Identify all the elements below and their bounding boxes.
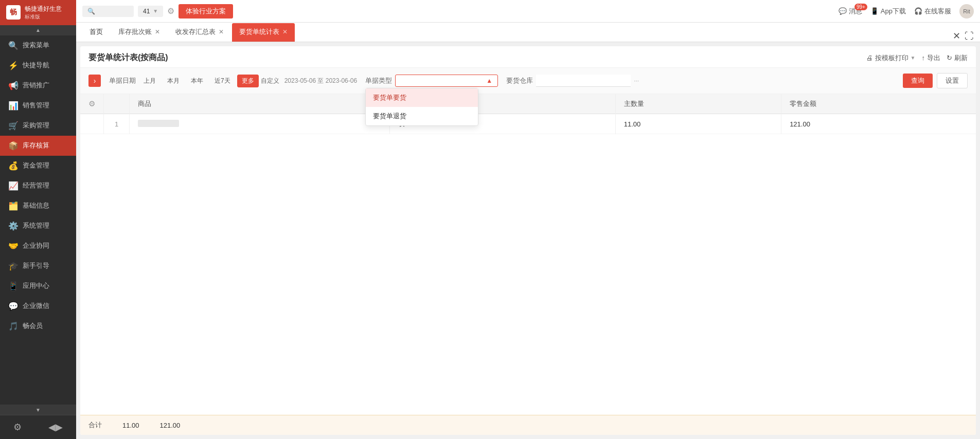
tab-receive-summary[interactable]: 收发存汇总表 ✕: [168, 23, 231, 42]
print-arrow-icon: ▼: [911, 55, 916, 61]
refresh-button[interactable]: ↻ 刷新: [947, 53, 968, 63]
topbar-app-button[interactable]: 📱 App下载: [870, 7, 906, 16]
filter-type-dropdown: 要货单要货 要货单退货: [365, 88, 478, 126]
footer-qty: 11.00: [122, 422, 139, 429]
sidebar-item-member[interactable]: 🎵 畅会员: [0, 316, 76, 336]
col-product-label: 商品: [138, 100, 151, 107]
sidebar-brand-sub: 标准版: [25, 13, 62, 20]
sidebar-label-operations: 经营管理: [23, 181, 49, 190]
app-icon: 📱: [870, 7, 879, 15]
tabs-bar: 首页 库存批次账 ✕ 收发存汇总表 ✕ 要货单统计表 ✕ ✕ ⛶: [76, 23, 980, 42]
tab-receive-summary-label: 收发存汇总表: [175, 27, 216, 36]
refresh-icon: ↻: [947, 54, 952, 62]
msg-icon: 💬: [839, 7, 847, 15]
sidebar-label-member: 畅会员: [23, 321, 43, 331]
query-button[interactable]: 查询: [903, 74, 933, 88]
filter-type-label: 单据类型: [365, 76, 392, 85]
print-icon: 🖨: [866, 54, 873, 62]
content-area: 要货单统计表(按商品) 🖨 按模板打印 ▼ ↑ 导出 ↻ 刷新 ›: [80, 46, 976, 435]
filter-date-btn-7days[interactable]: 近7天: [210, 75, 235, 87]
sidebar-item-finance[interactable]: 💰 资金管理: [0, 156, 76, 176]
sidebar-icon-sales: 📊: [8, 101, 17, 111]
row-index: 1: [115, 120, 118, 128]
topbar-avatar[interactable]: Rit: [959, 4, 974, 19]
filter-actions: 查询 设置: [903, 73, 968, 88]
tab-home-label: 首页: [90, 27, 103, 36]
col-qty-label: 主数量: [624, 100, 644, 107]
filter-date-group: 单据日期 上月 本月 本年 近7天 更多 自定义 2023-05-06 至 20…: [109, 75, 357, 87]
sidebar-brand: 畅捷通好生意 标准版: [25, 5, 62, 20]
tabs-expand-icon[interactable]: ⛶: [965, 31, 974, 42]
topbar-gear-icon[interactable]: ⚙: [167, 6, 174, 16]
dropdown-item-order[interactable]: 要货单要货: [366, 88, 478, 107]
dropdown-item-return[interactable]: 要货单退货: [366, 107, 478, 125]
filter-date-btn-thismonth[interactable]: 本月: [163, 75, 184, 87]
sidebar-item-inventory[interactable]: 📦 库存核算: [0, 136, 76, 156]
filter-date-btns: 上月 本月 本年 近7天 更多 自定义: [139, 75, 279, 87]
filter-date-btn-thisyear[interactable]: 本年: [186, 75, 208, 87]
sidebar-label-quicknav: 快捷导航: [23, 61, 49, 70]
tab-order-stats[interactable]: 要货单统计表 ✕: [232, 23, 295, 42]
sidebar-item-marketing[interactable]: 📢 营销推广: [0, 76, 76, 96]
tab-inventory-batch-label: 库存批次账: [118, 27, 152, 36]
tab-receive-summary-close[interactable]: ✕: [219, 28, 224, 35]
setting-button[interactable]: 设置: [937, 73, 968, 88]
filter-date-btn-more[interactable]: 更多: [237, 75, 259, 87]
tab-inventory-batch[interactable]: 库存批次账 ✕: [111, 23, 167, 42]
col-header-settings: ⚙: [80, 94, 104, 114]
sidebar-scroll-up[interactable]: ▲: [0, 25, 76, 35]
topbar-msg-button[interactable]: 💬 消息 99+: [839, 7, 862, 16]
row-amount-cell: 121.00: [781, 114, 976, 134]
topbar-search[interactable]: 🔍: [82, 6, 134, 17]
filter-date-label: 单据日期: [109, 76, 136, 85]
filter-bar: › 单据日期 上月 本月 本年 近7天 更多 自定义 2023-05-06 至 …: [80, 68, 976, 94]
msg-badge: 99+: [854, 4, 867, 10]
sidebar-label-inventory: 库存核算: [23, 141, 49, 150]
sidebar-label-purchase: 采购管理: [23, 121, 49, 130]
print-button[interactable]: 🖨 按模板打印 ▼: [866, 53, 916, 63]
sidebar-item-purchase[interactable]: 🛒 采购管理: [0, 116, 76, 136]
sidebar-item-sales[interactable]: 📊 销售管理: [0, 96, 76, 116]
filter-date-btn-lastmonth[interactable]: 上月: [139, 75, 161, 87]
col-header-qty: 主数量: [615, 94, 781, 114]
filter-date-custom[interactable]: 自定义: [261, 77, 279, 85]
sidebar-item-wechat[interactable]: 💬 企业微信: [0, 296, 76, 316]
sidebar-item-system[interactable]: ⚙️ 系统管理: [0, 216, 76, 236]
sidebar-item-appstore[interactable]: 📱 应用中心: [0, 276, 76, 296]
sidebar-settings-icon[interactable]: ⚙: [9, 419, 26, 435]
filter-warehouse-input[interactable]: [536, 75, 631, 87]
topbar-num-box[interactable]: 41 ▼: [138, 6, 163, 17]
sidebar-item-enterprise[interactable]: 🤝 企业协同: [0, 236, 76, 256]
filter-type-dropdown-trigger[interactable]: ▲: [395, 75, 498, 87]
sidebar-scroll-down[interactable]: ▼: [0, 405, 76, 415]
sidebar-item-basic[interactable]: 🗂️ 基础信息: [0, 196, 76, 216]
sidebar-item-operations[interactable]: 📈 经营管理: [0, 176, 76, 196]
export-icon: ↑: [922, 54, 925, 62]
tab-home[interactable]: 首页: [82, 23, 110, 42]
topbar-service-button[interactable]: 🎧 在线客服: [914, 7, 951, 16]
tabs-close-all-icon[interactable]: ✕: [953, 30, 960, 42]
table-header-row: ⚙ 商品 主计量单位 主数量 零售金额: [80, 94, 976, 114]
sidebar-icon-search: 🔍: [8, 41, 17, 50]
search-icon: 🔍: [87, 8, 95, 15]
sidebar-item-quicknav[interactable]: ⚡ 快捷导航: [0, 56, 76, 76]
tab-order-stats-close[interactable]: ✕: [282, 28, 288, 35]
tab-inventory-batch-close[interactable]: ✕: [155, 28, 160, 35]
filter-expand-button[interactable]: ›: [88, 75, 101, 87]
filter-warehouse-more-icon[interactable]: ···: [634, 77, 639, 84]
export-button[interactable]: ↑ 导出: [922, 53, 941, 63]
topbar-trial-button[interactable]: 体验行业方案: [179, 4, 233, 19]
table-row: 1 块 11.00 121.00: [80, 114, 976, 134]
topbar-right: 💬 消息 99+ 📱 App下载 🎧 在线客服 Rit: [839, 4, 974, 19]
filter-warehouse-group: 要货仓库 ···: [506, 75, 639, 87]
col-settings-icon[interactable]: ⚙: [88, 99, 95, 108]
sidebar-label-system: 系统管理: [23, 221, 49, 230]
sidebar-label-finance: 资金管理: [23, 161, 49, 170]
filter-type-group: 单据类型 ▲ 要货单要货 要货单退货: [365, 75, 498, 87]
sidebar-item-guide[interactable]: 🎓 新手引导: [0, 256, 76, 276]
sidebar-icon-purchase: 🛒: [8, 121, 17, 131]
sidebar-nav: 🔍 搜索菜单 ⚡ 快捷导航 📢 营销推广 📊 销售管理 🛒 采购管理 📦 库存核…: [0, 35, 76, 405]
col-amount-label: 零售金额: [790, 100, 816, 107]
sidebar-collapse-icon[interactable]: ◀▶: [44, 419, 67, 435]
sidebar-item-search[interactable]: 🔍 搜索菜单: [0, 35, 76, 56]
